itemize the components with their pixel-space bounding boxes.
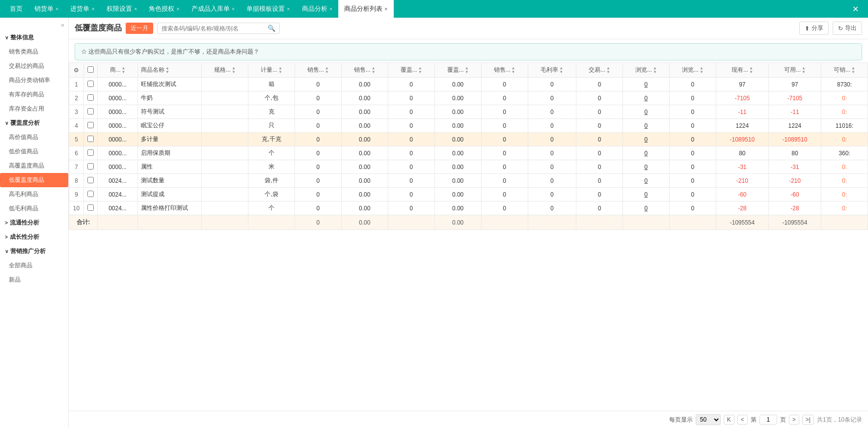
nav-product-analysis[interactable]: 商品分析 ×: [296, 0, 338, 18]
nav-purchase[interactable]: 进货单 ×: [64, 0, 100, 18]
row-checkbox-cell[interactable]: [84, 105, 98, 119]
sidebar-item-all-products[interactable]: 全部商品: [0, 258, 68, 273]
sidebar-item-low-value[interactable]: 低价值商品: [0, 144, 68, 159]
row-checkbox-cell[interactable]: [84, 119, 98, 133]
sidebar-group-overall[interactable]: ∨整体信息: [0, 30, 68, 45]
row-checkbox[interactable]: [87, 136, 94, 142]
first-page-button[interactable]: K: [724, 415, 734, 425]
th-sales-qty[interactable]: 销售...▲▼: [295, 63, 341, 78]
th-code[interactable]: 商...▲▼: [98, 63, 138, 78]
row-checkbox-cell[interactable]: [84, 160, 98, 174]
row-browse-count[interactable]: 0: [623, 119, 669, 133]
page-number-input[interactable]: [760, 415, 777, 425]
sidebar-collapse-button[interactable]: «: [0, 18, 68, 30]
row-checkbox[interactable]: [87, 81, 94, 87]
window-close-button[interactable]: ✕: [846, 0, 864, 18]
sidebar-item-in-stock[interactable]: 有库存的商品: [0, 87, 68, 102]
row-checkbox[interactable]: [87, 177, 94, 183]
row-checkbox[interactable]: [87, 149, 94, 156]
sidebar-group-flow[interactable]: >流通性分析: [0, 216, 68, 230]
row-checkbox-cell[interactable]: [84, 188, 98, 201]
nav-close-sales[interactable]: ×: [55, 6, 58, 12]
sidebar-item-capital-occupy[interactable]: 库存资金占用: [0, 102, 68, 116]
nav-close-purchase[interactable]: ×: [91, 6, 94, 12]
last-page-button[interactable]: >|: [802, 415, 814, 425]
th-settings[interactable]: ⚙: [69, 63, 84, 78]
row-browse-count[interactable]: 0: [623, 174, 669, 188]
row-name: 符号测试: [137, 105, 201, 119]
share-button[interactable]: ⬆ 分享: [799, 22, 829, 35]
row-checkbox-cell[interactable]: [84, 91, 98, 105]
row-checkbox-cell[interactable]: [84, 201, 98, 215]
sidebar-item-new-products[interactable]: 新品: [0, 273, 68, 287]
select-all-checkbox[interactable]: [87, 66, 94, 73]
row-browse-count[interactable]: 0: [623, 188, 669, 201]
row-checkbox[interactable]: [87, 122, 94, 128]
row-sales-amt: 0.00: [341, 133, 388, 146]
th-gross-margin[interactable]: 毛利率▲▼: [528, 63, 576, 78]
sidebar-item-low-profit[interactable]: 低毛利商品: [0, 201, 68, 216]
th-sales-days[interactable]: 销售...▲▼: [481, 63, 528, 78]
row-browse-count[interactable]: 0: [623, 146, 669, 160]
th-browse-pct[interactable]: 浏览...▲▼: [669, 63, 716, 78]
nav-home[interactable]: 首页: [4, 0, 28, 18]
row-checkbox[interactable]: [87, 204, 94, 211]
th-coverage-count[interactable]: 覆盖...▲▼: [388, 63, 434, 78]
th-available[interactable]: 可用...▲▼: [768, 63, 821, 78]
th-coverage-rate[interactable]: 覆盖...▲▼: [434, 63, 481, 78]
th-spec[interactable]: 规格...▲▼: [201, 63, 248, 78]
row-checkbox-cell[interactable]: [84, 78, 98, 91]
row-checkbox[interactable]: [87, 94, 94, 101]
nav-close-product-analysis[interactable]: ×: [329, 6, 332, 12]
nav-close-product-entry[interactable]: ×: [232, 6, 235, 12]
row-browse-count[interactable]: 0: [623, 201, 669, 215]
nav-close-product-analysis-list[interactable]: ×: [384, 6, 387, 12]
sidebar-item-high-profit[interactable]: 高毛利商品: [0, 187, 68, 201]
th-unit[interactable]: 计量...▲▼: [248, 63, 295, 78]
row-checkbox-cell[interactable]: [84, 174, 98, 188]
prev-page-button[interactable]: <: [737, 415, 748, 425]
nav-product-entry[interactable]: 产成品入库单 ×: [186, 0, 241, 18]
th-stock-now[interactable]: 现有...▲▼: [716, 63, 768, 78]
sidebar-group-coverage[interactable]: ∨覆盖度分析: [0, 116, 68, 130]
sidebar-item-low-coverage[interactable]: 低覆盖度商品: [0, 173, 68, 187]
nav-permissions[interactable]: 权限设置 ×: [101, 0, 143, 18]
nav-close-role-auth[interactable]: ×: [176, 6, 179, 12]
nav-template[interactable]: 单据模板设置 ×: [241, 0, 296, 18]
sidebar-group-marketing[interactable]: ∨营销推广分析: [0, 244, 68, 258]
row-name: 旺辅批次测试: [137, 78, 201, 91]
nav-product-analysis-list[interactable]: 商品分析列表 ×: [338, 0, 393, 18]
th-sellable[interactable]: 可销...▲▼: [821, 63, 868, 78]
sidebar-item-high-value[interactable]: 高价值商品: [0, 130, 68, 144]
th-browse-count[interactable]: 浏览...▲▼: [623, 63, 669, 78]
nav-close-template[interactable]: ×: [287, 6, 290, 12]
row-checkbox[interactable]: [87, 108, 94, 114]
th-sales-amt[interactable]: 销售...▲▼: [341, 63, 388, 78]
next-page-button[interactable]: >: [789, 415, 799, 425]
th-trans-count[interactable]: 交易...▲▼: [576, 63, 623, 78]
row-sellable: 360:: [821, 146, 868, 160]
search-input[interactable]: [162, 25, 268, 32]
row-checkbox-cell[interactable]: [84, 146, 98, 160]
export-button[interactable]: ↻ 导出: [833, 22, 862, 35]
row-checkbox[interactable]: [87, 191, 94, 197]
sidebar-group-growth[interactable]: >成长性分析: [0, 230, 68, 244]
row-browse-count[interactable]: 0: [623, 105, 669, 119]
row-browse-count[interactable]: 0: [623, 160, 669, 174]
page-size-select[interactable]: 50 100 200: [696, 414, 721, 425]
nav-sales[interactable]: 销货单 ×: [28, 0, 64, 18]
row-checkbox[interactable]: [87, 163, 94, 170]
row-checkbox-cell[interactable]: [84, 133, 98, 146]
row-browse-count[interactable]: 0: [623, 78, 669, 91]
sidebar-item-high-coverage[interactable]: 高覆盖度商品: [0, 159, 68, 173]
th-check[interactable]: [84, 63, 98, 78]
nav-close-permissions[interactable]: ×: [134, 6, 137, 12]
sidebar-item-turnover-rate[interactable]: 商品分类动销率: [0, 73, 68, 87]
date-filter-button[interactable]: 近一月: [126, 23, 153, 34]
th-name[interactable]: 商品名称▲▼: [137, 63, 201, 78]
row-browse-count[interactable]: 0: [623, 91, 669, 105]
sidebar-item-sales-category[interactable]: 销售类商品: [0, 45, 68, 59]
sidebar-item-traded[interactable]: 交易过的商品: [0, 59, 68, 73]
row-browse-count[interactable]: 0: [623, 133, 669, 146]
nav-role-auth[interactable]: 角色授权 ×: [143, 0, 185, 18]
